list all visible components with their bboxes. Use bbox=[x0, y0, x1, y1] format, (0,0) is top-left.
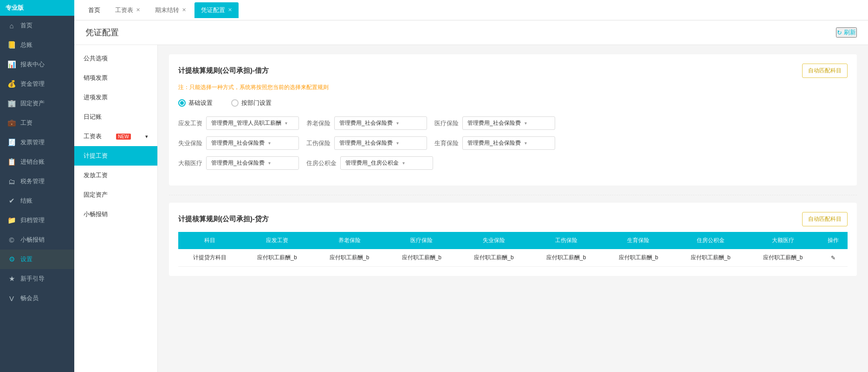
sidebar-label-member: 畅会员 bbox=[20, 294, 39, 302]
form-select-value-1-1: 管理费用_社会保险费 bbox=[339, 139, 393, 147]
sidebar-item-funds[interactable]: 💰资金管理 bbox=[0, 74, 74, 94]
table-row-0: 计提贷方科目应付职工薪酬_b应付职工薪酬_b应付职工薪酬_b应付职工薪酬_b应付… bbox=[178, 249, 848, 267]
radio-dept[interactable]: 按部门设置 bbox=[231, 99, 272, 107]
tab-voucher-config[interactable]: 凭证配置✕ bbox=[194, 2, 239, 18]
th-0: 科目 bbox=[178, 232, 241, 249]
credit-section-header: 计提核算规则(公司承担)-贷方 自动匹配科目 bbox=[178, 212, 848, 226]
left-nav-label-payroll-table: 工资表 bbox=[84, 132, 102, 141]
sidebar-label-home: 首页 bbox=[20, 21, 32, 30]
radio-basic[interactable]: 基础设置 bbox=[178, 99, 213, 107]
tab-home[interactable]: 首页 bbox=[82, 2, 107, 18]
form-select-1-2[interactable]: 管理费用_社会保险费 ▾ bbox=[462, 136, 555, 150]
form-item-1-0: 失业保险 管理费用_社会保险费 ▾ bbox=[178, 136, 299, 150]
select-arrow-2-0: ▾ bbox=[268, 160, 271, 166]
form-select-0-1[interactable]: 管理费用_社会保险费 ▾ bbox=[334, 116, 427, 130]
funds-icon: 💰 bbox=[7, 80, 16, 88]
tab-close-period-close[interactable]: ✕ bbox=[182, 7, 186, 13]
form-select-value-0-0: 管理费用_管理人员职工薪酬 bbox=[211, 119, 281, 127]
tab-payroll[interactable]: 工资表✕ bbox=[109, 2, 147, 18]
select-arrow-0-2: ▾ bbox=[525, 121, 527, 126]
left-nav-item-expense[interactable]: 小畅报销 bbox=[74, 205, 157, 224]
form-select-value-1-0: 管理费用_社会保险费 bbox=[211, 139, 265, 147]
form-item-0-0: 应发工资 管理费用_管理人员职工薪酬 ▾ bbox=[178, 116, 299, 130]
sidebar-item-home[interactable]: ⌂首页 bbox=[0, 16, 74, 35]
refresh-button[interactable]: ↻ 刷新 bbox=[836, 27, 857, 38]
sidebar-item-member[interactable]: V畅会员 bbox=[0, 289, 74, 308]
td-0-9[interactable]: ✎ bbox=[819, 249, 848, 267]
sidebar-label-invoice-mgmt: 发票管理 bbox=[20, 138, 45, 147]
radio-circle-dept bbox=[231, 99, 239, 107]
form-select-1-0[interactable]: 管理费用_社会保险费 ▾ bbox=[206, 136, 299, 150]
th-6: 生育保险 bbox=[602, 232, 675, 249]
tab-period-close[interactable]: 期末结转✕ bbox=[149, 2, 193, 18]
left-nav-item-fixed-assets-nav[interactable]: 固定资产 bbox=[74, 185, 157, 205]
sidebar-item-fixed-assets[interactable]: 🏢固定资产 bbox=[0, 94, 74, 113]
sidebar-item-xiaochangReport[interactable]: ©小畅报销 bbox=[0, 230, 74, 250]
new-badge-payroll-table: NEW bbox=[116, 134, 130, 140]
sidebar-label-ledger: 总账 bbox=[20, 41, 32, 49]
form-select-0-0[interactable]: 管理费用_管理人员职工薪酬 ▾ bbox=[206, 116, 299, 130]
page-header: 凭证配置 ↻ 刷新 bbox=[74, 20, 868, 45]
tab-label-payroll: 工资表 bbox=[115, 6, 133, 14]
sales-ledger-icon: 📋 bbox=[7, 158, 16, 166]
form-item-0-2: 医疗保险 管理费用_社会保险费 ▾ bbox=[434, 116, 555, 130]
tab-close-voucher-config[interactable]: ✕ bbox=[228, 7, 232, 13]
left-nav-item-journal[interactable]: 日记账 bbox=[74, 107, 157, 127]
left-nav-label-journal: 日记账 bbox=[84, 113, 102, 121]
form-select-value-2-1: 管理费用_住房公积金 bbox=[345, 159, 399, 167]
tab-close-payroll[interactable]: ✕ bbox=[136, 7, 140, 13]
td-0-4: 应付职工薪酬_b bbox=[458, 249, 530, 267]
closing-icon: ✔ bbox=[7, 197, 16, 205]
th-2: 养老保险 bbox=[313, 232, 386, 249]
form-select-2-0[interactable]: 管理费用_社会保险费 ▾ bbox=[206, 156, 299, 170]
sidebar-label-archive: 归档管理 bbox=[20, 216, 45, 224]
form-select-value-2-0: 管理费用_社会保险费 bbox=[211, 159, 265, 167]
td-0-1: 应付职工薪酬_b bbox=[241, 249, 313, 267]
sidebar-item-sales-ledger[interactable]: 📋进销台账 bbox=[0, 152, 74, 172]
form-label-0-2: 医疗保险 bbox=[434, 119, 459, 128]
sidebar-item-reports[interactable]: 📊报表中心 bbox=[0, 55, 74, 74]
sidebar-item-closing[interactable]: ✔结账 bbox=[0, 191, 74, 211]
credit-auto-match-button[interactable]: 自动匹配科目 bbox=[802, 212, 848, 226]
sidebar-item-tax-mgmt[interactable]: 🗂税务管理 bbox=[0, 172, 74, 191]
left-nav-item-sales-invoice[interactable]: 销项发票 bbox=[74, 68, 157, 88]
form-select-2-1[interactable]: 管理费用_住房公积金 ▾ bbox=[340, 156, 433, 170]
th-7: 住房公积金 bbox=[674, 232, 747, 249]
left-nav-item-payroll-table[interactable]: 工资表NEW▾ bbox=[74, 127, 157, 146]
form-label-0-1: 养老保险 bbox=[306, 119, 330, 128]
content-area: 公共选项销项发票进项发票日记账工资表NEW▾计提工资发放工资固定资产小畅报销 计… bbox=[74, 45, 868, 372]
credit-table: 科目应发工资养老保险医疗保险失业保险工伤保险生育保险住房公积金大额医疗操作计提贷… bbox=[178, 232, 848, 267]
invoice-mgmt-icon: 🧾 bbox=[7, 138, 16, 147]
sidebar-item-invoice-mgmt[interactable]: 🧾发票管理 bbox=[0, 133, 74, 152]
form-item-2-1: 住房公积金 管理费用_住房公积金 ▾ bbox=[306, 156, 433, 170]
select-arrow-0-1: ▾ bbox=[396, 121, 399, 126]
td-0-5: 应付职工薪酬_b bbox=[530, 249, 602, 267]
form-label-2-0: 大额医疗 bbox=[178, 159, 202, 167]
sidebar-item-guide[interactable]: ★新手引导 bbox=[0, 269, 74, 289]
section-divider bbox=[169, 195, 857, 195]
left-nav-label-expense: 小畅报销 bbox=[84, 210, 108, 218]
arrow-payroll-table: ▾ bbox=[145, 134, 148, 140]
radio-circle-basic bbox=[178, 99, 186, 107]
left-nav-item-public[interactable]: 公共选项 bbox=[74, 49, 157, 68]
td-0-8: 应付职工薪酬_b bbox=[747, 249, 819, 267]
th-1: 应发工资 bbox=[241, 232, 313, 249]
right-content: 计提核算规则(公司承担)-借方 自动匹配科目 注：只能选择一种方式，系统将按照您… bbox=[158, 45, 868, 372]
debit-auto-match-button[interactable]: 自动匹配科目 bbox=[802, 64, 848, 78]
app-edition: 专业版 bbox=[0, 0, 74, 16]
member-icon: V bbox=[7, 295, 16, 302]
th-9: 操作 bbox=[819, 232, 848, 249]
sidebar-item-archive[interactable]: 📁归档管理 bbox=[0, 211, 74, 230]
left-nav-label-distribute-salary: 发放工资 bbox=[84, 171, 108, 180]
form-select-0-2[interactable]: 管理费用_社会保险费 ▾ bbox=[462, 116, 555, 130]
sidebar-item-ledger[interactable]: 📒总账 bbox=[0, 35, 74, 55]
left-nav-item-calc-salary[interactable]: 计提工资 bbox=[74, 146, 157, 166]
left-nav-item-purchase-invoice[interactable]: 进项发票 bbox=[74, 88, 157, 107]
sidebar-item-settings[interactable]: ⚙设置 bbox=[0, 250, 74, 269]
form-select-1-1[interactable]: 管理费用_社会保险费 ▾ bbox=[334, 136, 427, 150]
radio-label-dept: 按部门设置 bbox=[241, 99, 272, 107]
left-nav-item-distribute-salary[interactable]: 发放工资 bbox=[74, 166, 157, 185]
guide-icon: ★ bbox=[7, 275, 16, 283]
sidebar-label-closing: 结账 bbox=[20, 197, 32, 205]
sidebar-item-salary[interactable]: 💼工资 bbox=[0, 113, 74, 133]
